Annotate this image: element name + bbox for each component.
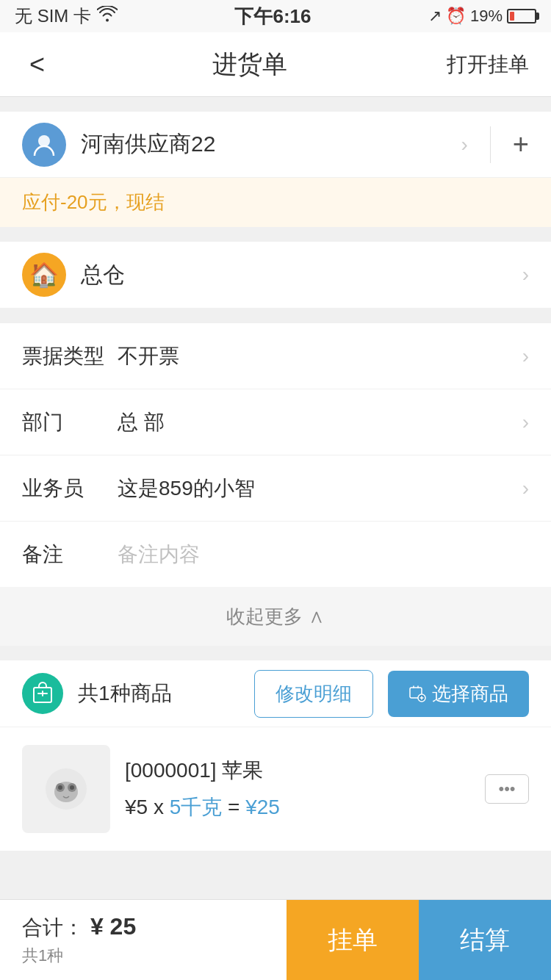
status-bar: 无 SIM 卡 下午6:16 ↗ ⏰ 19% — [0, 0, 551, 32]
back-button[interactable]: < — [22, 42, 52, 87]
checkout-button[interactable]: 结算 — [419, 900, 551, 980]
price-value: ¥5 — [125, 796, 148, 818]
location-icon: ↗ — [428, 7, 442, 26]
warehouse-chevron-icon: › — [522, 263, 529, 287]
department-row[interactable]: 部门 总 部 › — [0, 389, 551, 455]
status-time: 下午6:16 — [234, 4, 311, 29]
salesman-row[interactable]: 业务员 这是859的小智 › — [0, 455, 551, 521]
invoice-chevron-icon: › — [522, 345, 529, 368]
product-header: 共1种商品 修改明细 选择商品 — [0, 660, 551, 727]
invoice-label: 票据类型 — [22, 342, 118, 370]
open-hang-button[interactable]: 打开挂单 — [447, 51, 529, 79]
select-product-button[interactable]: 选择商品 — [388, 671, 529, 717]
quantity-value: 5千克 — [170, 796, 223, 818]
svg-point-9 — [70, 785, 74, 790]
salesman-label: 业务员 — [22, 475, 118, 502]
total-count: 共1种 — [22, 945, 264, 967]
status-left: 无 SIM 卡 — [15, 4, 118, 28]
product-item: [0000001] 苹果 ¥5 x 5千克 = ¥25 ••• — [0, 727, 551, 851]
product-code: [0000001] — [125, 759, 217, 782]
department-chevron-icon: › — [522, 411, 529, 434]
department-label: 部门 — [22, 408, 118, 436]
invoice-value: 不开票 — [118, 342, 522, 370]
department-value: 总 部 — [118, 408, 522, 436]
total-value: ¥ 25 — [90, 913, 136, 940]
notice-bar: 应付-20元，现结 — [0, 178, 551, 227]
warehouse-name: 总仓 — [81, 260, 522, 290]
more-button[interactable]: ••• — [485, 774, 529, 804]
nav-bar: < 进货单 打开挂单 — [0, 32, 551, 97]
wifi-icon — [97, 6, 118, 26]
remark-label: 备注 — [22, 541, 118, 569]
section-divider-1 — [0, 97, 551, 112]
battery-icon — [507, 9, 536, 24]
invoice-row[interactable]: 票据类型 不开票 › — [0, 323, 551, 389]
supplier-section: 河南供应商22 › + 应付-20元，现结 — [0, 112, 551, 227]
svg-point-8 — [58, 785, 62, 790]
equals-sign: = — [228, 796, 245, 818]
edit-detail-button[interactable]: 修改明细 — [254, 670, 373, 718]
salesman-chevron-icon: › — [522, 477, 529, 500]
supplier-avatar — [22, 123, 66, 167]
alarm-icon: ⏰ — [446, 7, 466, 26]
total-label: 合计： — [22, 916, 84, 939]
product-title: 苹果 — [222, 759, 263, 782]
add-button[interactable]: + — [513, 129, 529, 160]
supplier-row[interactable]: 河南供应商22 › + — [0, 112, 551, 178]
svg-point-0 — [38, 135, 50, 147]
page-title: 进货单 — [212, 48, 287, 82]
product-section-icon — [22, 673, 63, 714]
total-section: 合计： ¥ 25 共1种 — [0, 900, 287, 980]
remark-row[interactable]: 备注 备注内容 — [0, 521, 551, 587]
bottom-bar: 合计： ¥ 25 共1种 挂单 结算 — [0, 899, 551, 980]
product-info: [0000001] 苹果 ¥5 x 5千克 = ¥25 — [125, 757, 470, 821]
warehouse-row[interactable]: 🏠 总仓 › — [0, 242, 551, 308]
warehouse-icon: 🏠 — [22, 253, 66, 297]
warehouse-section: 🏠 总仓 › — [0, 242, 551, 308]
multiply-sign: x — [154, 796, 170, 818]
salesman-value: 这是859的小智 — [118, 475, 522, 502]
battery-percent: 19% — [470, 7, 503, 26]
product-thumbnail — [22, 745, 110, 833]
remark-input[interactable]: 备注内容 — [118, 541, 529, 569]
section-divider-3 — [0, 308, 551, 323]
vertical-divider — [490, 126, 491, 163]
select-product-label: 选择商品 — [432, 681, 508, 707]
collapse-label: 收起更多 ∧ — [226, 604, 324, 630]
collapse-bar[interactable]: 收起更多 ∧ — [0, 587, 551, 646]
section-divider-2 — [0, 227, 551, 242]
carrier-text: 无 SIM 卡 — [15, 4, 91, 28]
hang-button[interactable]: 挂单 — [287, 900, 419, 980]
supplier-chevron-icon: › — [461, 133, 467, 156]
status-right: ↗ ⏰ 19% — [428, 7, 536, 26]
product-count: 共1种商品 — [78, 680, 240, 707]
notice-text: 应付-20元，现结 — [22, 191, 165, 213]
form-section: 票据类型 不开票 › 部门 总 部 › 业务员 这是859的小智 › 备注 备注… — [0, 323, 551, 587]
section-divider-4 — [0, 646, 551, 660]
supplier-name: 河南供应商22 — [81, 129, 461, 159]
product-price: ¥5 x 5千克 = ¥25 — [125, 793, 470, 821]
total-value: ¥25 — [245, 796, 280, 818]
total-amount: 合计： ¥ 25 — [22, 913, 264, 942]
product-name: [0000001] 苹果 — [125, 757, 470, 785]
